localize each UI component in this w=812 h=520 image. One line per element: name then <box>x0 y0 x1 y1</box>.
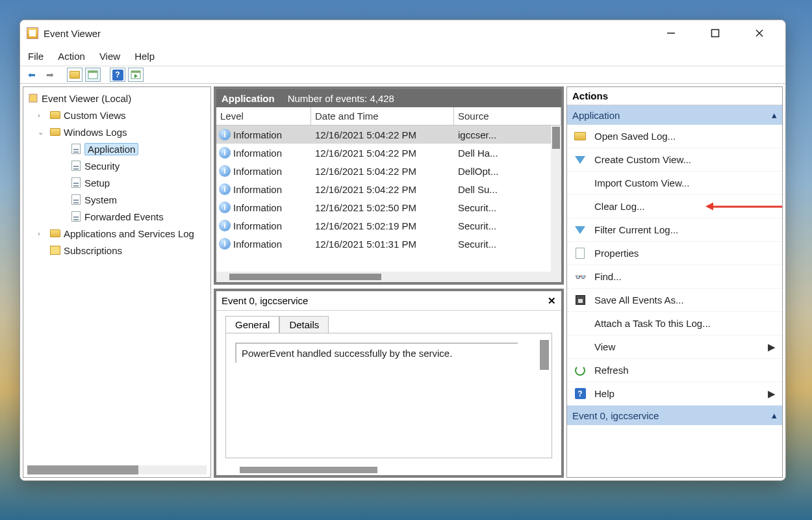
detail-title: Event 0, igccservice <box>222 295 308 306</box>
action-refresh[interactable]: Refresh <box>567 359 782 382</box>
tree-item-applications-and-services-log[interactable]: ›Applications and Services Log <box>25 225 209 242</box>
event-row[interactable]: iInformation12/16/2021 5:02:19 PMSecurit… <box>216 216 561 235</box>
toolbar-folder-icon[interactable] <box>67 68 82 82</box>
grid-columns[interactable]: Level Date and Time Source <box>216 107 561 125</box>
submenu-arrow-icon: ▶ <box>768 388 776 400</box>
forward-button[interactable]: ➡ <box>42 68 58 82</box>
actions-section-event[interactable]: Event 0, igccservice ▴ <box>567 406 782 425</box>
tree-item-setup[interactable]: Setup <box>25 174 209 191</box>
grid-title: Application <box>222 93 275 104</box>
action-save-all-events-as[interactable]: Save All Events As... <box>567 289 782 312</box>
event-detail-pane: Event 0, igccservice ✕ General Details P… <box>214 289 564 478</box>
tree-hscrollbar[interactable] <box>27 465 207 474</box>
actions-pane: Actions Application ▴ Open Saved Log...C… <box>566 86 783 478</box>
event-row[interactable]: iInformation12/16/2021 5:04:22 PMDellOpt… <box>216 162 561 180</box>
tree-item-forwarded-events[interactable]: Forwarded Events <box>25 208 209 225</box>
event-row[interactable]: iInformation12/16/2021 5:02:50 PMSecurit… <box>216 198 561 216</box>
maximize-button[interactable] <box>702 23 728 43</box>
submenu-arrow-icon: ▶ <box>768 341 776 353</box>
menu-view[interactable]: View <box>99 51 120 62</box>
chevron-up-icon: ▴ <box>772 109 777 121</box>
event-row[interactable]: iInformation12/16/2021 5:04:22 PMigccser… <box>216 125 561 144</box>
action-view[interactable]: View▶ <box>567 335 782 359</box>
action-find[interactable]: 👓Find... <box>567 265 782 289</box>
chevron-up-icon: ▴ <box>772 410 777 421</box>
information-icon: i <box>219 183 231 195</box>
detail-message: PowerEvent handled successfully by the s… <box>235 343 518 363</box>
titlebar: Event Viewer <box>20 20 785 46</box>
action-create-custom-view[interactable]: Create Custom View... <box>567 148 782 172</box>
tree-item-security[interactable]: Security <box>25 157 209 174</box>
event-row[interactable]: iInformation12/16/2021 5:04:22 PMDell Su… <box>216 180 561 198</box>
tree-item-windows-logs[interactable]: ⌄Windows Logs <box>25 124 209 140</box>
event-row[interactable]: iInformation12/16/2021 5:04:22 PMDell Ha… <box>216 144 561 162</box>
grid-vscrollbar[interactable] <box>551 125 561 272</box>
event-viewer-window: Event Viewer File Action View Help ⬅ ➡ ?… <box>19 20 786 481</box>
information-icon: i <box>219 238 231 250</box>
action-import-custom-view[interactable]: Import Custom View... <box>567 172 782 195</box>
action-open-saved-log[interactable]: Open Saved Log... <box>567 125 782 148</box>
window-title: Event Viewer <box>44 28 101 39</box>
annotation-arrow <box>712 205 782 207</box>
navigation-tree[interactable]: Event Viewer (Local) ›Custom Views⌄Windo… <box>23 86 211 478</box>
detail-close-icon[interactable]: ✕ <box>548 295 556 307</box>
toolbar-preview-icon[interactable] <box>128 68 144 82</box>
svg-rect-7 <box>131 71 140 73</box>
menubar: File Action View Help <box>20 46 785 66</box>
grid-count: Number of events: 4,428 <box>288 93 394 104</box>
svg-rect-9 <box>29 94 37 102</box>
action-properties[interactable]: Properties <box>567 242 782 265</box>
information-icon: i <box>219 165 231 177</box>
detail-vscrollbar[interactable] <box>540 340 549 370</box>
menu-action[interactable]: Action <box>58 51 85 62</box>
information-icon: i <box>219 220 231 231</box>
tree-item-custom-views[interactable]: ›Custom Views <box>25 107 209 124</box>
tree-root[interactable]: Event Viewer (Local) <box>25 90 209 107</box>
menu-help[interactable]: Help <box>134 51 155 62</box>
action-clear-log[interactable]: Clear Log... <box>567 195 782 218</box>
toolbar-help-icon[interactable]: ? <box>110 68 125 82</box>
tab-general[interactable]: General <box>225 316 279 333</box>
app-icon <box>27 27 38 39</box>
menu-file[interactable]: File <box>28 51 44 62</box>
tree-item-subscriptions[interactable]: Subscriptions <box>25 242 209 259</box>
back-button[interactable]: ⬅ <box>24 68 40 82</box>
event-row[interactable]: iInformation12/16/2021 5:01:31 PMSecurit… <box>216 235 561 253</box>
action-help[interactable]: ?Help▶ <box>567 382 782 406</box>
events-grid: Application Number of events: 4,428 Leve… <box>214 86 564 285</box>
col-datetime[interactable]: Date and Time <box>311 107 454 125</box>
detail-hscrollbar[interactable] <box>216 465 561 475</box>
svg-rect-5 <box>88 71 97 73</box>
tree-item-application[interactable]: Application <box>25 140 209 157</box>
toolbar-view-icon[interactable] <box>85 68 101 82</box>
toolbar: ⬅ ➡ ? <box>20 66 785 84</box>
information-icon: i <box>219 147 231 159</box>
action-attach-a-task-to-this-log[interactable]: Attach a Task To this Log... <box>567 312 782 335</box>
action-filter-current-log[interactable]: Filter Current Log... <box>567 218 782 242</box>
col-level[interactable]: Level <box>216 107 311 125</box>
tree-item-system[interactable]: System <box>25 191 209 208</box>
information-icon: i <box>219 129 231 140</box>
information-icon: i <box>219 202 231 213</box>
svg-rect-1 <box>712 30 719 37</box>
minimize-button[interactable] <box>658 23 684 43</box>
tab-details[interactable]: Details <box>279 316 329 333</box>
col-source[interactable]: Source <box>454 107 561 125</box>
actions-header: Actions <box>567 87 782 105</box>
close-button[interactable] <box>746 23 772 43</box>
grid-hscrollbar[interactable] <box>216 272 561 282</box>
actions-section-application[interactable]: Application ▴ <box>567 105 782 125</box>
